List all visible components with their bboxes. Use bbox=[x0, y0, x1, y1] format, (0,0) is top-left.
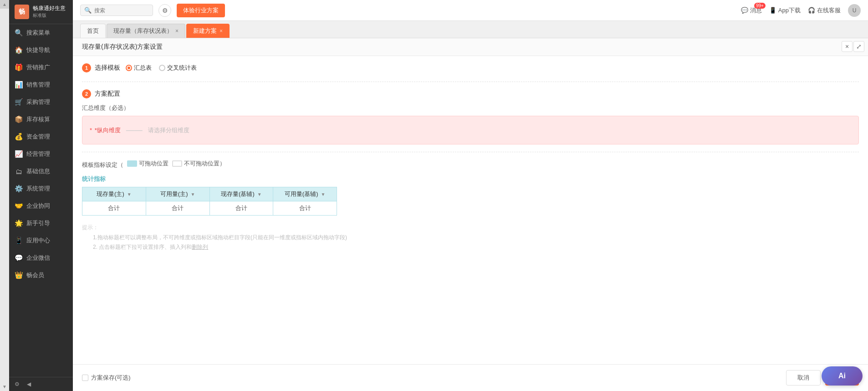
system-icon: ⚙️ bbox=[15, 185, 23, 193]
sidebar-item-finance[interactable]: 💰 资金管理 bbox=[9, 128, 73, 145]
sidebar-item-label: 企业协同 bbox=[26, 202, 50, 210]
sales-icon: 📊 bbox=[15, 81, 23, 89]
save-checkbox-label[interactable]: 方案保存(可选) bbox=[82, 374, 131, 382]
settings-footer-icon[interactable]: ⚙ bbox=[15, 381, 20, 387]
sidebar-item-members[interactable]: 👑 畅会员 bbox=[9, 267, 73, 284]
sidebar-item-label: 库存核算 bbox=[26, 115, 50, 123]
indicator-label: 模板指标设定（ 可拖动位置 不可拖动位置） bbox=[82, 159, 859, 171]
step2-title: 2 方案配置 bbox=[82, 89, 859, 98]
expand-icon: ⤢ bbox=[856, 43, 862, 50]
sidebar-item-business[interactable]: 📈 经营管理 bbox=[9, 145, 73, 163]
collapse-icon[interactable]: ◀ bbox=[27, 381, 31, 387]
col1-chevron[interactable]: ▼ bbox=[127, 192, 132, 197]
user-avatar[interactable]: U bbox=[848, 4, 861, 17]
scroll-down-arrow[interactable]: ▼ bbox=[0, 382, 9, 391]
sidebar-nav: 🔍 搜索菜单 🏠 快捷导航 🎁 营销推广 📊 销售管理 🛒 采购管理 📦 库存核… bbox=[9, 24, 73, 377]
radio-crosstab[interactable]: 交叉统计表 bbox=[159, 64, 197, 72]
radio-dot-crosstab bbox=[159, 65, 165, 71]
tab-home[interactable]: 首页 bbox=[80, 24, 106, 38]
sidebar-item-quick-nav[interactable]: 🏠 快捷导航 bbox=[9, 41, 73, 59]
headset-icon: 🎧 bbox=[808, 7, 815, 14]
tab-inventory-label: 现存量（库存状况表） bbox=[113, 27, 173, 35]
sidebar-item-search-menu[interactable]: 🔍 搜索菜单 bbox=[9, 24, 73, 41]
app-download-link[interactable]: 📱 App下载 bbox=[769, 6, 801, 15]
step1-section: 1 选择模板 汇总表 交叉统计表 bbox=[82, 63, 859, 72]
gear-icon: ⚙ bbox=[162, 7, 168, 14]
search-input[interactable] bbox=[94, 7, 144, 14]
members-icon: 👑 bbox=[15, 271, 23, 279]
radio-summary[interactable]: 汇总表 bbox=[126, 64, 152, 72]
sidebar-logo: 畅 畅康通好生意 标准版 bbox=[9, 0, 73, 24]
panel-expand-button[interactable]: ⤢ bbox=[853, 41, 864, 52]
step2-label: 方案配置 bbox=[95, 90, 120, 98]
non-draggable-label: 不可拖动位置） bbox=[184, 159, 225, 168]
topbar-search-box[interactable]: 🔍 bbox=[80, 5, 153, 16]
topbar-settings-button[interactable]: ⚙ bbox=[158, 4, 171, 17]
message-badge: 99+ bbox=[754, 3, 766, 9]
quick-nav-icon: 🏠 bbox=[15, 46, 23, 54]
col3-chevron[interactable]: ▼ bbox=[257, 192, 262, 197]
sidebar-item-inventory[interactable]: 📦 库存核算 bbox=[9, 111, 73, 128]
cell-row1-col2: 合计 bbox=[146, 201, 209, 216]
sidebar-item-label: 营销推广 bbox=[26, 63, 50, 72]
sidebar-item-label: 应用中心 bbox=[26, 237, 50, 245]
wechat-icon: 💬 bbox=[15, 254, 23, 262]
col3-label: 现存量(基辅) bbox=[221, 190, 255, 198]
table-header-col3: 现存量(基辅) ▼ bbox=[209, 187, 273, 201]
save-checkbox[interactable] bbox=[82, 375, 88, 381]
sidebar-item-label: 采购管理 bbox=[26, 98, 50, 106]
cooperation-icon: 🤝 bbox=[15, 202, 23, 210]
tab-new-plan[interactable]: 新建方案 × bbox=[186, 24, 230, 38]
form-title: 现存量(库存状况表)方案设置 bbox=[82, 43, 163, 50]
message-icon: 💬 bbox=[741, 7, 748, 14]
sidebar-item-system[interactable]: ⚙️ 系统管理 bbox=[9, 180, 73, 197]
sidebar-item-sales[interactable]: 📊 销售管理 bbox=[9, 76, 73, 93]
purchase-icon: 🛒 bbox=[15, 98, 23, 106]
tab-inventory-close[interactable]: × bbox=[175, 28, 179, 34]
finance-icon: 💰 bbox=[15, 133, 23, 141]
sidebar-item-label: 快捷导航 bbox=[26, 46, 50, 54]
content-wrapper: × ⤢ 现存量(库存状况表)方案设置 1 选择模板 bbox=[73, 38, 868, 391]
step1-label: 选择模板 bbox=[95, 64, 120, 72]
tab-new-plan-label: 新建方案 bbox=[193, 27, 217, 35]
panel-close-button[interactable]: × bbox=[842, 41, 853, 52]
save-checkbox-text: 方案保存(可选) bbox=[91, 374, 131, 382]
online-service-link[interactable]: 🎧 在线客服 bbox=[808, 6, 841, 15]
scroll-up-arrow[interactable]: ▲ bbox=[0, 0, 9, 9]
sidebar-item-label: 搜索菜单 bbox=[26, 29, 50, 37]
logo-icon: 畅 bbox=[15, 5, 29, 19]
sidebar-item-guide[interactable]: 🌟 新手引导 bbox=[9, 215, 73, 232]
app-version: 标准版 bbox=[33, 12, 66, 19]
stats-table: 现存量(主) ▼ 可用量(主) ▼ bbox=[82, 187, 337, 216]
tab-inventory-status[interactable]: 现存量（库存状况表） × bbox=[107, 24, 185, 38]
sidebar-item-cooperation[interactable]: 🤝 企业协同 bbox=[9, 197, 73, 215]
sidebar-item-app-center[interactable]: 📱 应用中心 bbox=[9, 232, 73, 249]
sidebar-item-label: 畅会员 bbox=[26, 271, 44, 279]
col2-chevron[interactable]: ▼ bbox=[191, 192, 195, 197]
draggable-label: 可拖动位置 bbox=[139, 159, 168, 168]
step2-badge: 2 bbox=[82, 89, 91, 98]
radio-crosstab-label: 交叉统计表 bbox=[167, 64, 197, 72]
trial-button[interactable]: 体验行业方案 bbox=[177, 4, 225, 17]
cancel-button[interactable]: 取消 bbox=[786, 370, 821, 386]
col4-chevron[interactable]: ▼ bbox=[321, 192, 326, 197]
dimension-selector[interactable]: * *纵向维度 —— 请选择分组维度 bbox=[82, 116, 859, 144]
sidebar-item-label: 资金管理 bbox=[26, 133, 50, 141]
topbar-right: 💬 消息 99+ 📱 App下载 🎧 在线客服 U bbox=[741, 4, 861, 17]
ai-fab-button[interactable]: Ai bbox=[822, 366, 863, 386]
inventory-icon: 📦 bbox=[15, 115, 23, 123]
sidebar-item-marketing[interactable]: 🎁 营销推广 bbox=[9, 59, 73, 76]
ai-fab-label: Ai bbox=[838, 372, 846, 380]
dimension-field-label: 汇总维度（必选） bbox=[82, 104, 859, 112]
dimension-placeholder: 请选择分组维度 bbox=[148, 126, 189, 134]
sidebar-item-wechat[interactable]: 💬 企业微信 bbox=[9, 249, 73, 267]
sidebar-item-purchase[interactable]: 🛒 采购管理 bbox=[9, 93, 73, 111]
tab-new-plan-close[interactable]: × bbox=[220, 28, 223, 34]
close-icon: × bbox=[845, 43, 849, 50]
vertical-dim-label: * *纵向维度 bbox=[90, 126, 121, 134]
search-topbar-icon: 🔍 bbox=[84, 7, 92, 14]
radio-summary-label: 汇总表 bbox=[134, 64, 152, 72]
sidebar-item-basic-info[interactable]: 🗂 基础信息 bbox=[9, 163, 73, 180]
message-button[interactable]: 💬 消息 99+ bbox=[741, 6, 762, 15]
sidebar-item-label: 系统管理 bbox=[26, 185, 50, 193]
